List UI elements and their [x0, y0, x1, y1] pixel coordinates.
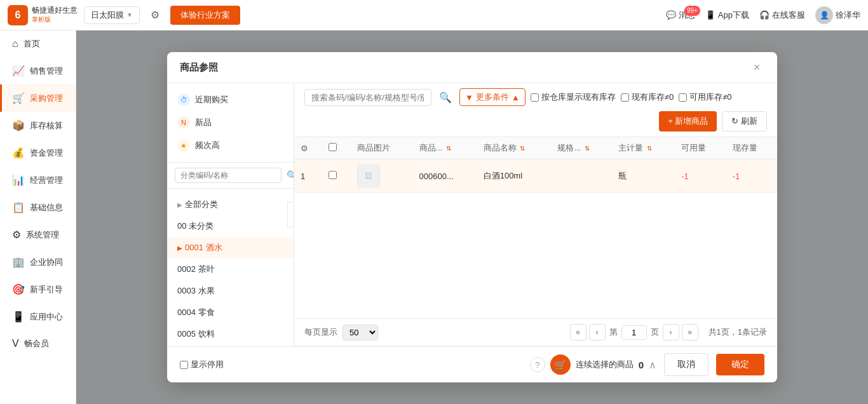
cell-spec [551, 159, 612, 193]
filter-icon: ▼ [465, 93, 473, 102]
col-code[interactable]: 商品... ⇅ [413, 137, 477, 159]
settings-button[interactable]: ⚙ [145, 5, 165, 25]
quick-filter-recent[interactable]: ⏱ 近期购买 [167, 88, 294, 111]
modal-title: 商品参照 [180, 62, 218, 74]
sort-name-icon: ⇅ [520, 145, 525, 152]
confirm-button[interactable]: 确定 [716, 354, 764, 375]
collapse-panel-button[interactable]: 《 [287, 202, 294, 227]
sidebar-item-inventory[interactable]: 📦 库存核算 [0, 112, 76, 139]
product-search-input[interactable] [304, 89, 431, 106]
select-all-checkbox[interactable] [329, 143, 337, 151]
display-stopped-input[interactable] [180, 361, 188, 369]
checkbox-available-nonzero[interactable]: 可用库存≠0 [679, 91, 731, 103]
table-row[interactable]: 1 🖼 000600... 白酒100ml [294, 159, 777, 193]
checkbox-available-nonzero-input[interactable] [679, 93, 687, 102]
col-checkbox [322, 137, 351, 159]
freq-icon: ★ [177, 139, 190, 152]
nav-selector[interactable]: 日太阳膜 ▼ [84, 6, 140, 24]
col-unit[interactable]: 主计量 ⇅ [612, 137, 675, 159]
page-prev-button[interactable]: ‹ [589, 324, 606, 340]
category-item-0005[interactable]: 0005 饮料 [167, 323, 294, 345]
category-item-0004[interactable]: 0004 零食 [167, 302, 294, 323]
guide-icon: 🎯 [12, 283, 25, 295]
category-item-00[interactable]: 00 未分类 [167, 215, 294, 237]
inventory-icon: 📦 [12, 119, 25, 131]
product-reference-modal: 商品参照 × ⏱ 近期购买 N 新品 [167, 52, 777, 382]
image-placeholder-icon: 🖼 [365, 172, 372, 180]
cart-collapse-icon[interactable]: ∧ [649, 359, 656, 371]
expand-all-icon: ▶ [177, 201, 182, 208]
page-next-button[interactable]: › [663, 324, 679, 340]
product-thumbnail: 🖼 [357, 165, 380, 187]
help-icon[interactable]: ? [530, 357, 545, 372]
notification-item[interactable]: 💬 消息 99+ [666, 10, 695, 21]
avatar: 👤 [815, 6, 833, 24]
sidebar-item-member[interactable]: V 畅会员 [0, 330, 76, 357]
col-spec[interactable]: 规格... ⇅ [551, 137, 612, 159]
page-number-input[interactable] [621, 325, 647, 340]
product-search-button[interactable]: 🔍 [437, 91, 454, 104]
col-settings[interactable]: ⚙ [294, 137, 322, 159]
cell-name: 白酒100ml [477, 159, 552, 193]
category-search-box: 🔍 [167, 163, 294, 189]
checkbox-stock-nonzero-input[interactable] [621, 93, 629, 102]
page-suffix: 页 [651, 327, 659, 338]
cart-count: 0 [639, 360, 644, 370]
logo-icon: 6 [8, 5, 28, 25]
cell-checkbox[interactable] [322, 159, 351, 193]
system-icon: ⚙ [12, 229, 21, 241]
sidebar-item-sales[interactable]: 📈 销售管理 [0, 57, 76, 84]
category-item-all[interactable]: ▶ 全部分类 [167, 194, 294, 215]
sidebar-item-apps[interactable]: 📱 应用中心 [0, 303, 76, 330]
col-name[interactable]: 商品名称 ⇅ [477, 137, 552, 159]
notification-badge: 99+ [684, 6, 700, 16]
category-item-0003[interactable]: 0003 水果 [167, 280, 294, 302]
cancel-button[interactable]: 取消 [664, 353, 709, 376]
cell-unit: 瓶 [612, 159, 675, 193]
quick-filter-new[interactable]: N 新品 [167, 111, 294, 134]
modal-left-panel: ⏱ 近期购买 N 新品 ★ 频次高 《 [167, 83, 294, 346]
col-stock: 现存量 [726, 137, 777, 159]
sidebar-item-finance[interactable]: 💰 资金管理 [0, 139, 76, 166]
user-item[interactable]: 👤 徐泽华 [815, 6, 860, 24]
category-item-0002[interactable]: 0002 茶叶 [167, 259, 294, 280]
quick-filter-frequent[interactable]: ★ 频次高 [167, 134, 294, 157]
cart-area[interactable]: ? 🛒 连续选择的商品 0 ∧ [530, 354, 656, 375]
category-item-0001[interactable]: ▶ 0001 酒水 [167, 237, 294, 259]
category-search-button[interactable]: 🔍 [284, 168, 294, 183]
refresh-button[interactable]: ↻ 刷新 [722, 111, 767, 131]
cell-stock: -1 [726, 159, 777, 193]
sidebar-item-home[interactable]: ⌂ 首页 [0, 30, 76, 57]
sidebar-item-system[interactable]: ⚙ 系统管理 [0, 221, 76, 248]
category-list: ▶ 全部分类 00 未分类 ▶ 0001 酒水 0002 茶叶 [167, 189, 294, 346]
page-first-button[interactable]: « [570, 324, 587, 340]
sidebar: ⌂ 首页 📈 销售管理 🛒 采购管理 📦 库存核算 💰 资金管理 📊 经营管理 … [0, 30, 76, 404]
cell-code: 000600... [413, 159, 477, 193]
phone-icon: 📱 [705, 10, 715, 20]
sidebar-item-guide[interactable]: 🎯 新手引导 [0, 276, 76, 303]
cell-image: 🖼 [351, 159, 413, 193]
checkbox-warehouse[interactable]: 按仓库显示现有库存 [531, 91, 616, 103]
sidebar-item-basics[interactable]: 📋 基础信息 [0, 194, 76, 221]
page-last-button[interactable]: » [682, 324, 698, 340]
add-product-button[interactable]: + 新增商品 [659, 111, 717, 131]
app-download-item[interactable]: 📱 App下载 [705, 10, 749, 21]
category-search-input[interactable] [175, 168, 281, 183]
experience-button[interactable]: 体验行业方案 [170, 6, 240, 25]
sidebar-item-operations[interactable]: 📊 经营管理 [0, 166, 76, 194]
notification-icon: 💬 [666, 10, 676, 20]
display-stopped-checkbox[interactable]: 显示停用 [180, 359, 224, 370]
modal-close-button[interactable]: × [749, 60, 764, 75]
sidebar-item-purchase[interactable]: 🛒 采购管理 [0, 84, 76, 112]
checkbox-warehouse-input[interactable] [531, 93, 539, 102]
sidebar-item-enterprise[interactable]: 🏢 企业协同 [0, 248, 76, 276]
cell-available: -1 [675, 159, 726, 193]
main-layout: ⌂ 首页 📈 销售管理 🛒 采购管理 📦 库存核算 💰 资金管理 📊 经营管理 … [0, 30, 868, 404]
per-page-select[interactable]: 50 100 200 [342, 325, 378, 340]
checkbox-stock-nonzero[interactable]: 现有库存≠0 [621, 91, 674, 103]
more-filters-button[interactable]: ▼ 更多条件 ▲ [459, 88, 526, 106]
online-service-item[interactable]: 🎧 在线客服 [759, 10, 805, 21]
row-checkbox[interactable] [329, 171, 337, 179]
filter-up-icon: ▲ [512, 93, 520, 102]
category-item-0008[interactable]: 0008 水 [167, 345, 294, 346]
